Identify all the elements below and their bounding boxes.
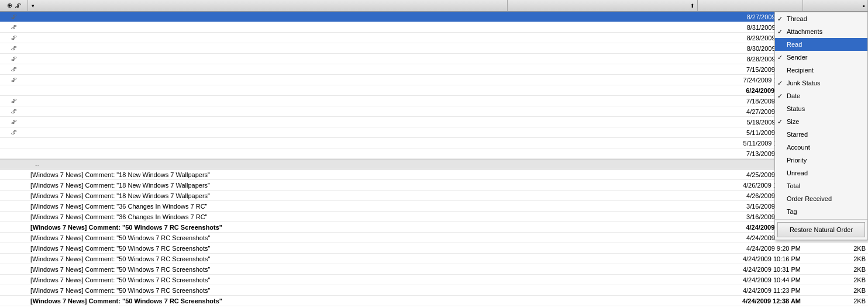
row-date: 4/24/2009 9:20 PM: [698, 245, 803, 252]
row-icons: 🖇: [0, 13, 28, 20]
menu-account[interactable]: Account: [775, 141, 867, 154]
row-subject: [Windows 7 News] Comment: "36 Changes In…: [28, 213, 508, 220]
table-row[interactable]: [Windows 7 News] Comment: "18 New Window…: [0, 191, 868, 201]
row-subject: [Windows 7 News] Comment: "50 Windows 7 …: [28, 245, 508, 252]
row-icons: 🖇: [0, 24, 28, 30]
row-icons: 🖇: [0, 77, 28, 83]
menu-starred[interactable]: Starred: [775, 128, 867, 141]
row-subject: [Windows 7 News] Comment: "50 Windows 7 …: [28, 234, 508, 241]
separator-row: --: [0, 159, 868, 169]
header-date[interactable]: [698, 0, 803, 11]
restore-natural-order-button[interactable]: Restore Natural Order: [777, 222, 865, 237]
table-row[interactable]: 7/13/2009 5:17 PM: [0, 148, 868, 159]
subject-sort-arrow: ▾: [32, 3, 35, 9]
row-icons: 🖇: [0, 45, 28, 51]
table-row[interactable]: [Windows 7 News] Comment: "50 Windows 7 …: [0, 233, 868, 243]
menu-sender[interactable]: Sender: [775, 51, 867, 64]
table-row[interactable]: [Windows 7 News] Comment: "50 Windows 7 …: [0, 222, 868, 233]
table-row[interactable]: [Windows 7 News] Comment: "36 Changes In…: [0, 201, 868, 212]
header-icons: ⊕ 🖇: [0, 0, 28, 11]
menu-total[interactable]: Total: [775, 179, 867, 192]
attach-indicator: 🖇: [11, 13, 17, 20]
menu-priority[interactable]: Priority: [775, 154, 867, 167]
row-size: 2KB: [803, 276, 868, 283]
menu-attachments[interactable]: Attachments: [775, 25, 867, 38]
menu-size[interactable]: Size: [775, 115, 867, 128]
table-row[interactable]: [Windows 7 News] Comment: "50 Windows 7 …: [0, 243, 868, 254]
menu-tag[interactable]: Tag: [775, 205, 867, 218]
row-date: 4/24/2009 10:44 PM: [698, 276, 803, 283]
row-subject: [Windows 7 News] Comment: "36 Changes In…: [28, 203, 508, 210]
sender-sort-icon: ⬆: [690, 3, 695, 9]
table-row[interactable]: 🖇 8/28/2009 8:05 AM: [0, 54, 868, 64]
row-date: 4/24/2009 10:16 PM: [698, 255, 803, 262]
row-icons: 🖇: [0, 98, 28, 104]
menu-status[interactable]: Status: [775, 102, 867, 115]
header-row: ⊕ 🖇 ▾ ⬆ ▪: [0, 0, 868, 12]
row-date: 4/24/2009 10:31 PM: [698, 266, 803, 273]
table-row[interactable]: 🖇 7/18/2009 6:48 PM: [0, 96, 868, 106]
table-row[interactable]: 🖇 8/31/2009 8:05 AM: [0, 22, 868, 33]
thread-icon: ⊕: [7, 2, 12, 9]
attachment-icon: 🖇: [15, 2, 21, 9]
table-row[interactable]: 6/24/2009 1:48 AM: [0, 85, 868, 96]
attach-indicator: 🖇: [11, 24, 17, 30]
table-row[interactable]: [Windows 7 News] Comment: "50 Windows 7 …: [0, 296, 868, 306]
row-size: 2KB: [803, 255, 868, 262]
attach-indicator: 🖇: [11, 34, 17, 41]
menu-divider: [775, 219, 867, 220]
attach-indicator: 🖇: [11, 119, 17, 125]
table-row[interactable]: [Windows 7 News] Comment: "50 Windows 7 …: [0, 285, 868, 296]
email-rows-bottom: [Windows 7 News] Comment: "18 New Window…: [0, 169, 868, 308]
table-row[interactable]: 🖇 5/19/2009 1:14 AM: [0, 117, 868, 127]
menu-date[interactable]: Date: [775, 89, 867, 102]
row-subject: [Windows 7 News] Comment: "50 Windows 7 …: [28, 276, 508, 283]
header-subject[interactable]: ▾: [28, 0, 508, 11]
menu-thread[interactable]: Thread: [775, 12, 867, 25]
table-row[interactable]: 5/11/2009 12:39 AM: [0, 138, 868, 148]
header-sender[interactable]: ⬆: [508, 0, 698, 11]
menu-read[interactable]: Read: [775, 38, 867, 51]
table-row[interactable]: 🖇 8/29/2009 8:04 AM: [0, 33, 868, 43]
menu-order-received[interactable]: Order Received: [775, 192, 867, 205]
attach-indicator: 🖇: [11, 129, 17, 136]
row-subject: [Windows 7 News] Comment: "18 New Window…: [28, 192, 508, 199]
table-row[interactable]: [Windows 7 News] Comment: "36 Changes In…: [0, 212, 868, 222]
row-icons: 🖇: [0, 129, 28, 136]
attach-indicator: 🖇: [11, 56, 17, 62]
row-icons: 🖇: [0, 108, 28, 115]
menu-junk-status[interactable]: Junk Status: [775, 77, 867, 89]
email-rows-top: 🖇 8/27/2009 8:09 AM 🖇 8/31/2009 8:05 AM …: [0, 12, 868, 159]
attach-indicator: 🖇: [11, 45, 17, 51]
row-icons: 🖇: [0, 119, 28, 125]
size-menu-icon[interactable]: ▪: [863, 2, 865, 9]
context-menu: ThreadAttachmentsReadSenderRecipientJunk…: [774, 12, 868, 240]
attach-indicator: 🖇: [11, 66, 17, 72]
table-row[interactable]: [Windows 7 News] Comment: "18 New Window…: [0, 169, 868, 180]
row-subject: [Windows 7 News] Comment: "50 Windows 7 …: [28, 255, 508, 262]
row-date: 4/24/2009 11:23 PM: [698, 287, 803, 294]
row-size: 2KB: [803, 297, 868, 304]
menu-unread[interactable]: Unread: [775, 167, 867, 179]
table-row[interactable]: [Windows 7 News] Comment: "50 Windows 7 …: [0, 264, 868, 275]
menu-recipient[interactable]: Recipient: [775, 64, 867, 77]
row-subject: [Windows 7 News] Comment: "18 New Window…: [28, 182, 508, 189]
header-size[interactable]: ▪: [803, 0, 868, 11]
table-row[interactable]: [Windows 7 News] Comment: "18 New Window…: [0, 180, 868, 191]
table-row[interactable]: 🖇 7/15/2009 8:18 PM: [0, 64, 868, 75]
row-size: 2KB: [803, 287, 868, 294]
table-row[interactable]: 🖇 7/24/2009 10:29 AM: [0, 75, 868, 85]
table-row[interactable]: [Windows 7 News] Comment: "50 Windows 7 …: [0, 275, 868, 285]
row-icons: 🖇: [0, 66, 28, 72]
row-subject: [Windows 7 News] Comment: "50 Windows 7 …: [28, 297, 508, 304]
table-row[interactable]: 🖇 5/11/2009 3:44 PM: [0, 127, 868, 138]
table-row[interactable]: 🖇 4/27/2009 3:55 PM: [0, 106, 868, 117]
row-size: 2KB: [803, 266, 868, 273]
table-row[interactable]: [Windows 7 News] Comment: "50 Windows 7 …: [0, 254, 868, 264]
row-date: 4/24/2009 12:38 AM: [698, 297, 803, 304]
row-subject: [Windows 7 News] Comment: "50 Windows 7 …: [28, 287, 508, 294]
row-icons: 🖇: [0, 34, 28, 41]
table-row[interactable]: 🖇 8/27/2009 8:09 AM: [0, 12, 868, 22]
table-row[interactable]: 🖇 8/30/2009 8:05 AM: [0, 43, 868, 54]
email-list-container: ⊕ 🖇 ▾ ⬆ ▪ 🖇 8/27/2009 8:09 AM 🖇: [0, 0, 868, 308]
